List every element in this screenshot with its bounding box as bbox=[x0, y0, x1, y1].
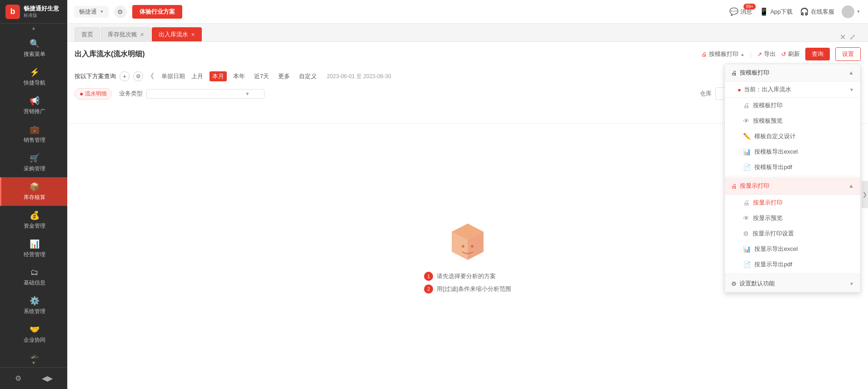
display-preview-icon: 👁 bbox=[743, 214, 749, 222]
tab-flow[interactable]: 出入库流水 ✕ bbox=[152, 27, 202, 41]
top-bar-right: 💬 消息 99+ 📱 App下载 🎧 在线客服 ▼ bbox=[729, 5, 861, 18]
date-option-this-year[interactable]: 本年 bbox=[230, 71, 248, 81]
user-avatar-area[interactable]: ▼ bbox=[842, 5, 861, 18]
dropdown-template-export-excel[interactable]: 📊 按模板导出excel bbox=[725, 144, 860, 160]
sales-icon: 💼 bbox=[30, 125, 40, 135]
tab-batch[interactable]: 库存批次账 ✕ bbox=[101, 27, 151, 41]
dropdown-display-export-excel[interactable]: 📊 按显示导出excel bbox=[725, 241, 860, 257]
sidebar-item-system[interactable]: ⚙️ 系统管理 bbox=[0, 291, 67, 320]
dropdown-display-preview[interactable]: 👁 按显示预览 bbox=[725, 210, 860, 226]
dropdown-template-export-pdf[interactable]: 📄 按模板导出pdf bbox=[725, 160, 860, 175]
settings-footer-icon: ⚙ bbox=[731, 280, 737, 287]
query-button[interactable]: 查询 bbox=[805, 48, 830, 60]
top-bar-left: 畅捷通 ▼ ⚙ 体验行业方案 bbox=[75, 5, 182, 19]
dropdown-footer[interactable]: ⚙ 设置默认功能 ▼ bbox=[725, 274, 860, 292]
dropdown-divider1 bbox=[725, 176, 860, 176]
date-option-more[interactable]: 更多 bbox=[275, 71, 293, 81]
shortcut-icon: ⚡ bbox=[30, 67, 40, 77]
dropdown-current-item[interactable]: ● 当前：出入库流水 ▼ bbox=[725, 82, 860, 98]
date-option-7days[interactable]: 近7天 bbox=[251, 71, 272, 81]
print-icon: 🖨 bbox=[701, 51, 707, 58]
sidebar-item-cooperation[interactable]: 🤝 企业协同 bbox=[0, 320, 67, 349]
sidebar-item-sales[interactable]: 💼 销售管理 bbox=[0, 120, 67, 149]
tab-flow-close[interactable]: ✕ bbox=[191, 32, 195, 38]
sidebar: b 畅捷通好生意 标准版 ▲ 🔍 搜索菜单 ⚡ 快捷导航 📢 营销推广 💼 bbox=[0, 0, 67, 389]
svg-point-5 bbox=[471, 245, 474, 248]
online-service-button[interactable]: 🎧 在线客服 bbox=[800, 7, 834, 16]
logo-text: 畅捷通好生意 标准版 bbox=[24, 5, 59, 19]
trial-button[interactable]: 体验行业方案 bbox=[132, 5, 182, 19]
filter-tag[interactable]: ● 流水明细 bbox=[75, 88, 112, 100]
dropdown-display-export-pdf[interactable]: 📄 按显示导出pdf bbox=[725, 257, 860, 272]
dropdown-print-icon: 🖨 bbox=[731, 70, 737, 76]
tabs-bar: 首页 库存批次账 ✕ 出入库流水 ✕ ✕ ⤢ bbox=[67, 24, 868, 42]
messages-button[interactable]: 💬 消息 99+ bbox=[729, 7, 752, 16]
filter-add-button[interactable]: + bbox=[120, 71, 130, 81]
window-expand-btn[interactable]: ⤢ bbox=[849, 33, 855, 41]
dropdown-display-header[interactable]: 🖨 按显示打印 ▲ bbox=[725, 177, 860, 195]
purchase-icon: 🛒 bbox=[30, 153, 40, 163]
sidebar-item-shortcut[interactable]: ⚡ 快捷导航 bbox=[0, 63, 67, 91]
collapse-sidebar-btn[interactable]: ◀▶ bbox=[40, 372, 55, 384]
date-option-last-month[interactable]: 上月 bbox=[189, 71, 206, 81]
dropdown-display-settings[interactable]: ⚙ 按显示打印设置 bbox=[725, 226, 860, 241]
export-button[interactable]: ↗ 导出 bbox=[757, 50, 776, 58]
app-logo: b 畅捷通好生意 标准版 bbox=[0, 0, 67, 24]
sidebar-item-inventory[interactable]: 📦 库存核算 bbox=[0, 177, 67, 206]
tab-home[interactable]: 首页 bbox=[75, 27, 100, 41]
window-controls: ✕ ⤢ bbox=[834, 33, 861, 41]
sidebar-item-purchase[interactable]: 🛒 采购管理 bbox=[0, 149, 67, 177]
user-name-area[interactable]: 畅捷通 ▼ bbox=[75, 6, 109, 18]
dropdown-display-print[interactable]: 🖨 按显示打印 bbox=[725, 195, 860, 210]
business-type-select[interactable]: ▼ bbox=[146, 89, 264, 99]
display-excel-icon: 📊 bbox=[743, 245, 751, 253]
marketing-icon: 📢 bbox=[30, 96, 40, 106]
dropdown-template-preview[interactable]: 👁 按模板预览 bbox=[725, 113, 860, 129]
filter-collapse-button[interactable]: 《 bbox=[147, 72, 154, 81]
template-print-button[interactable]: 🖨 按模板打印 ▲ bbox=[701, 50, 745, 58]
dropdown-template-print[interactable]: 🖨 按模板打印 bbox=[725, 98, 860, 113]
user-dropdown-arrow: ▼ bbox=[100, 9, 104, 14]
hint-item-2: 2 用[过滤]条件来缩小分析范围 bbox=[424, 284, 511, 294]
dropdown-template-custom[interactable]: ✏️ 模板自定义设计 bbox=[725, 129, 860, 144]
phone-icon: 📱 bbox=[759, 7, 768, 16]
template-preview-item-icon: 👁 bbox=[743, 117, 749, 125]
display-settings-icon: ⚙ bbox=[743, 230, 749, 237]
filter-settings-button[interactable]: ⚙ bbox=[133, 71, 143, 81]
dropdown-current-label: ● 当前：出入库流水 bbox=[738, 85, 791, 94]
dropdown-header-arrow: ▲ bbox=[848, 70, 854, 76]
date-option-custom[interactable]: 自定义 bbox=[296, 71, 319, 81]
window-close-btn[interactable]: ✕ bbox=[840, 33, 846, 41]
template-pdf-icon: 📄 bbox=[743, 164, 751, 171]
sidebar-item-marketing[interactable]: 📢 营销推广 bbox=[0, 91, 67, 120]
page-title: 出入库流水(流水明细) bbox=[75, 50, 145, 59]
sidebar-item-basic[interactable]: 🗂 基础信息 bbox=[0, 263, 67, 291]
display-pdf-icon: 📄 bbox=[743, 261, 751, 268]
template-excel-icon: 📊 bbox=[743, 148, 751, 155]
sidebar-bottom: ⚙ ◀▶ bbox=[0, 367, 67, 389]
dropdown-header-title: 🖨 按模板打印 bbox=[731, 69, 769, 77]
cooperation-icon: 🤝 bbox=[30, 324, 40, 334]
date-option-this-month[interactable]: 本月 bbox=[210, 71, 227, 81]
inventory-icon: 📦 bbox=[30, 182, 40, 192]
right-expand-button[interactable]: ❯ bbox=[862, 181, 868, 208]
sidebar-item-operation[interactable]: 📊 经营管理 bbox=[0, 234, 67, 263]
hint-num-2: 2 bbox=[424, 284, 433, 294]
settings-button[interactable]: 设置 bbox=[835, 47, 861, 61]
app-download-button[interactable]: 📱 App下载 bbox=[759, 7, 793, 16]
tab-batch-close[interactable]: ✕ bbox=[140, 32, 144, 38]
page-actions: 🖨 按模板打印 ▲ | ↗ 导出 ↺ 刷新 查询 设置 bbox=[701, 47, 861, 61]
empty-icon bbox=[445, 219, 490, 264]
sidebar-item-search[interactable]: 🔍 搜索菜单 bbox=[0, 34, 67, 63]
dropdown-template-header[interactable]: 🖨 按模板打印 ▲ bbox=[725, 64, 860, 82]
refresh-button[interactable]: ↺ 刷新 bbox=[781, 50, 800, 58]
sidebar-scroll-down[interactable]: ▼ bbox=[0, 359, 67, 367]
sidebar-scroll-up[interactable]: ▲ bbox=[0, 24, 67, 32]
search-icon: 🔍 bbox=[30, 39, 40, 49]
headset-icon: 🎧 bbox=[800, 7, 809, 16]
settings-bottom-btn[interactable]: ⚙ bbox=[13, 372, 23, 384]
top-gear-button[interactable]: ⚙ bbox=[114, 5, 127, 18]
sidebar-item-finance[interactable]: 💰 资金管理 bbox=[0, 206, 67, 234]
dropdown-divider2 bbox=[725, 273, 860, 274]
sidebar-item-guide[interactable]: 🎓 新手引导 bbox=[0, 349, 67, 359]
